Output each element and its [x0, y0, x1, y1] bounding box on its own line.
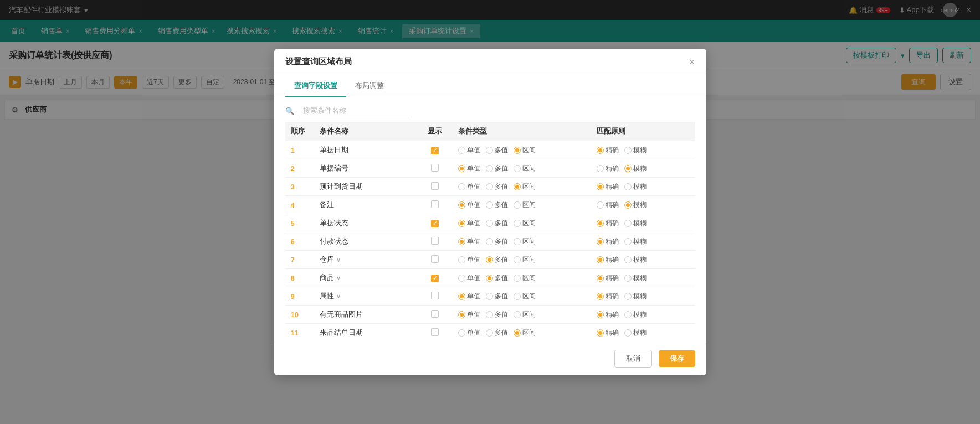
- col-type: 条件类型: [453, 122, 591, 125]
- col-seq: 顺序: [285, 122, 314, 125]
- settings-dialog: 设置查询区域布局 × 查询字段设置 布局调整 🔍 顺序 条件名称: [274, 49, 706, 125]
- col-display: 显示: [418, 122, 453, 125]
- conditions-table: 顺序 条件名称 显示 条件类型 匹配原则 1单据日期单值多值区间精确模糊2单据编…: [285, 122, 695, 125]
- table-header-row: 顺序 条件名称 显示 条件类型 匹配原则: [285, 122, 695, 125]
- col-match: 匹配原则: [591, 122, 695, 125]
- search-icon: 🔍: [285, 107, 294, 115]
- dialog-close-button[interactable]: ×: [689, 57, 695, 67]
- modal-overlay: 设置查询区域布局 × 查询字段设置 布局调整 🔍 顺序 条件名称: [0, 0, 980, 125]
- dialog-header: 设置查询区域布局 ×: [274, 49, 706, 75]
- dialog-table-wrap: 顺序 条件名称 显示 条件类型 匹配原则 1单据日期单值多值区间精确模糊2单据编…: [274, 122, 706, 125]
- dialog-title: 设置查询区域布局: [285, 56, 352, 67]
- dialog-search-area: 🔍: [274, 97, 706, 122]
- dialog-tab-query-fields[interactable]: 查询字段设置: [285, 75, 346, 97]
- dialog-tabs: 查询字段设置 布局调整: [274, 75, 706, 97]
- col-name: 条件名称: [314, 122, 418, 125]
- search-input[interactable]: [299, 104, 409, 117]
- dialog-tab-layout[interactable]: 布局调整: [346, 75, 393, 97]
